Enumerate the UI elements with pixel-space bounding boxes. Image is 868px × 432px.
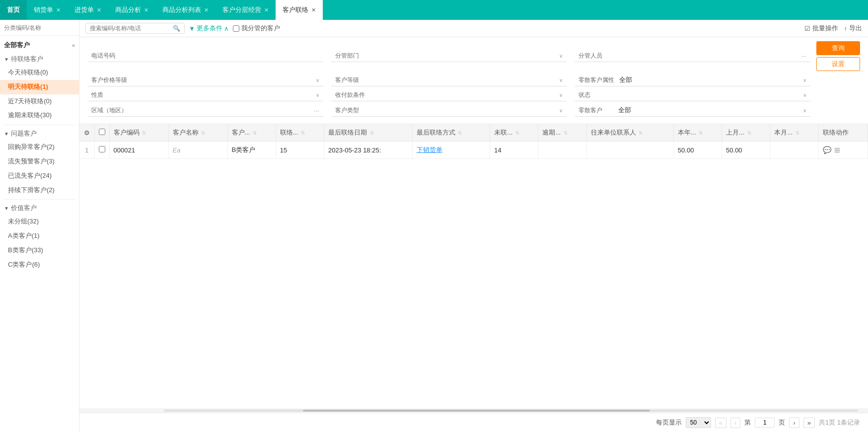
th-last-contact-date[interactable]: 最后联络日期 ⇅	[324, 124, 413, 142]
filter-row-3: 性质 ∨ 收付款条件 ∨ 状态 ∨	[87, 89, 860, 101]
nav-customer-contact[interactable]: 客户联络 ✕	[276, 0, 323, 20]
query-button[interactable]: 查询	[816, 41, 860, 55]
horizontal-scrollbar-thumb[interactable]	[303, 410, 650, 412]
export-button[interactable]: ↑ 导出	[844, 24, 863, 33]
department-dropdown-arrow[interactable]: ∨	[559, 53, 563, 59]
sort-code-icon: ⇅	[142, 130, 146, 136]
customer-name-cell: Ea	[168, 142, 227, 159]
filter-region: 区域（地区） ···	[87, 105, 323, 117]
table-row: 1 000021 Ea B类客户 15 2023-05-23 18:25: 下销…	[79, 142, 868, 159]
sidebar-all-customers-header[interactable]: 全部客户 «	[4, 39, 75, 52]
th-last-month[interactable]: 上月... ⇅	[722, 124, 770, 142]
gear-icon[interactable]: ⚙	[84, 129, 90, 137]
sidebar-item-tomorrow-pending[interactable]: 明天待联络(1)	[0, 80, 79, 94]
sidebar-item-class-a[interactable]: A类客户(1)	[0, 229, 79, 243]
nav-product-analysis-list[interactable]: 商品分析列表 ✕	[155, 0, 216, 20]
toolbar-search-icon[interactable]: 🔍	[173, 25, 180, 32]
nav-home[interactable]: 首页	[0, 0, 27, 20]
th-this-year[interactable]: 本年... ⇅	[673, 124, 722, 142]
th-overdue[interactable]: 逾期... ⇅	[538, 124, 586, 142]
th-gear[interactable]: ⚙	[79, 124, 94, 142]
collapse-icon[interactable]: «	[72, 42, 75, 48]
th-no-contact[interactable]: 未联... ⇅	[490, 124, 538, 142]
filter-status: 状态 ∨	[575, 89, 810, 101]
row-checkbox[interactable]	[99, 146, 105, 152]
th-customer-code[interactable]: 客户编码 ⇅	[109, 124, 168, 142]
first-page-button[interactable]: «	[715, 418, 726, 428]
sidebar-item-repurchase-abnormal[interactable]: 回购异常客户(2)	[0, 140, 79, 154]
close-sales-order[interactable]: ✕	[56, 7, 61, 13]
filter-phone: 电话号码	[87, 50, 323, 62]
next-page-button[interactable]: ›	[789, 418, 799, 428]
sidebar-item-churned[interactable]: 已流失客户(24)	[0, 169, 79, 183]
sidebar-item-class-c[interactable]: C类客户(6)	[0, 258, 79, 272]
filter-retail-customer-label: 零散客户	[579, 106, 613, 115]
sort-lm-icon: ⇅	[747, 130, 751, 136]
chat-action-icon[interactable]: 💬	[823, 146, 831, 154]
sidebar-item-class-b[interactable]: B类客户(33)	[0, 243, 79, 258]
settings-button[interactable]: 设置	[816, 57, 860, 71]
th-unit-contact[interactable]: 往来单位联系人 ⇅	[586, 124, 673, 142]
sort-category-icon: ⇅	[253, 130, 257, 136]
sidebar-item-7days-pending[interactable]: 近7天待联络(0)	[0, 94, 79, 109]
select-all-checkbox[interactable]	[99, 129, 105, 135]
filter-retail-attr: 零散客户属性 全部 ∨	[575, 74, 810, 86]
th-actions: 联络动作	[818, 124, 868, 142]
problem-customers-arrow: ▼	[4, 131, 9, 137]
th-category[interactable]: 客户... ⇅	[227, 124, 276, 142]
customer-type-dropdown-arrow[interactable]: ∨	[559, 108, 563, 113]
sidebar-group-value-customers[interactable]: ▼ 价值客户	[0, 202, 79, 215]
per-page-select[interactable]: 50 100 200	[686, 417, 711, 428]
page-number-input[interactable]	[755, 418, 775, 428]
prev-page-button[interactable]: ‹	[730, 418, 740, 428]
th-contact[interactable]: 联络... ⇅	[276, 124, 324, 142]
sort-nc-icon: ⇅	[515, 130, 519, 136]
toolbar-search-input[interactable]	[90, 25, 173, 32]
price-level-dropdown-arrow[interactable]: ∨	[316, 77, 319, 83]
close-product-analysis[interactable]: ✕	[144, 7, 148, 13]
close-customer-segmentation[interactable]: ✕	[264, 7, 269, 13]
nav-purchase-order[interactable]: 进货单 ✕	[68, 0, 108, 20]
th-this-month[interactable]: 本月... ⇅	[770, 124, 818, 142]
filter-phone-label: 电话号码	[91, 52, 126, 60]
sidebar-item-today-pending[interactable]: 今天待联络(0)	[0, 66, 79, 80]
status-dropdown-arrow[interactable]: ∨	[803, 92, 806, 98]
sidebar-item-declining[interactable]: 持续下滑客户(2)	[0, 183, 79, 198]
sidebar-search-input[interactable]	[4, 24, 78, 31]
sidebar-item-churn-warning[interactable]: 流失预警客户(3)	[0, 154, 79, 169]
batch-operation-button[interactable]: ☑ 批量操作	[804, 24, 838, 33]
filter-price-level-label: 客户价格等级	[91, 76, 127, 84]
customer-level-dropdown-arrow[interactable]: ∨	[559, 77, 563, 83]
sidebar-item-ungrouped[interactable]: 未分组(32)	[0, 215, 79, 229]
filter-phone-input[interactable]	[129, 53, 319, 60]
last-page-button[interactable]: »	[803, 418, 815, 428]
sidebar-group-pending-contact[interactable]: ▼ 待联络客户	[0, 53, 79, 66]
grid-action-icon[interactable]: ⊞	[834, 146, 840, 154]
sort-lcd-icon: ⇅	[370, 130, 374, 136]
close-purchase-order[interactable]: ✕	[97, 7, 101, 13]
page-suffix: 页	[779, 418, 785, 427]
filter-manager-label: 分管人员	[579, 52, 613, 60]
close-customer-contact[interactable]: ✕	[311, 7, 316, 13]
my-customers-checkbox[interactable]	[233, 25, 239, 32]
last-contact-method-cell[interactable]: 下销货单	[412, 142, 490, 159]
page-prefix: 第	[744, 418, 751, 427]
close-product-analysis-list[interactable]: ✕	[204, 7, 209, 13]
nav-sales-order[interactable]: 销货单 ✕	[27, 0, 68, 20]
region-dots[interactable]: ···	[314, 107, 319, 114]
retail-customer-dropdown-arrow[interactable]: ∨	[803, 108, 806, 113]
th-last-contact-method[interactable]: 最后联络方式 ⇅	[412, 124, 490, 142]
nature-dropdown-arrow[interactable]: ∨	[316, 92, 319, 98]
th-customer-name[interactable]: 客户名称 ⇅	[168, 124, 227, 142]
batch-checkbox-icon: ☑	[804, 25, 810, 32]
sidebar-group-problem-customers[interactable]: ▼ 问题客户	[0, 127, 79, 140]
overdue-cell	[538, 142, 586, 159]
retail-attr-dropdown-arrow[interactable]: ∨	[803, 77, 806, 83]
nav-product-analysis[interactable]: 商品分析 ✕	[108, 0, 155, 20]
customer-name-masked: Ea	[173, 146, 181, 154]
manager-dots[interactable]: ···	[801, 52, 806, 60]
nav-customer-segmentation[interactable]: 客户分层经营 ✕	[216, 0, 276, 20]
sidebar-item-overdue-contact[interactable]: 逾期未联络(30)	[0, 108, 79, 123]
payment-terms-dropdown-arrow[interactable]: ∨	[559, 92, 563, 98]
more-filter-button[interactable]: ▼ 更多条件 ∧	[189, 24, 229, 33]
